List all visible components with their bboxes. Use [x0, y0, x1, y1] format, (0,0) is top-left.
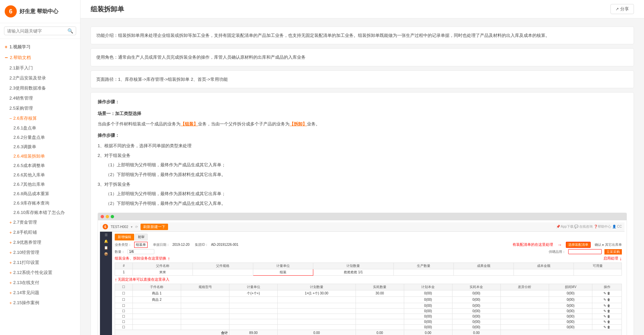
total-val5: 0.00	[452, 330, 500, 335]
ss-tab-new[interactable]: 新增编辑	[115, 234, 134, 240]
ss-refresh-icon: ⟳	[135, 225, 138, 229]
sidebar-item-261[interactable]: 2.6.1盘点单	[0, 123, 80, 133]
label: 2.1新手入门	[9, 65, 33, 71]
stock-children: 2.6.1盘点单 2.6.2分量盘点单 2.6.3调拨单 2.6.4组装拆卸单 …	[0, 123, 80, 217]
ss-tab-review[interactable]: 初审	[135, 234, 148, 240]
ss-more-btns: 确认 ▸ 其它出库单	[595, 242, 622, 247]
sidebar-item-video[interactable]: + 1.视频学习	[0, 42, 80, 52]
sidebar-item-262[interactable]: 2.6.2分量盘点单	[0, 133, 80, 142]
ss-annotation-row: 组装业务、拆卸业务在这里切换 ↑ 启用处理 ↓	[115, 256, 622, 261]
label: 2.11打印设置	[13, 260, 39, 266]
sidebar-item-213[interactable]: + 2.13在线支付	[0, 278, 80, 288]
sidebar-item-2610[interactable]: 2.6.10库存账本错了怎么办	[0, 208, 80, 217]
sidebar-item-212[interactable]: + 2.12系统个性化设置	[0, 268, 80, 278]
sidebar-item-docs[interactable]: − 2.帮助文档	[0, 52, 80, 63]
ss-col-unit: 计量单位	[253, 263, 313, 269]
label: 2.4销售管理	[9, 95, 33, 101]
ss-unit-search-input[interactable]	[568, 249, 602, 254]
path-intro-block: 页面路径：1、库存核算->库存管理->组装拆卸单 2、首页->常用功能	[91, 70, 634, 88]
search-icon[interactable]: 🔍	[67, 28, 73, 34]
sidebar-item-purchase[interactable]: 2.5采购管理	[0, 103, 80, 113]
ss-main: ☰ 🔔 📋 📦 新增编辑 初审	[100, 232, 625, 335]
table-row: ☐ 商品 2 0(00) 0(00)	[115, 296, 622, 303]
ss-new-btn[interactable]: 刷新新建一下	[141, 224, 168, 230]
label: 2.3使用前数据准备	[9, 85, 46, 91]
page-title: 组装拆卸单	[91, 5, 124, 14]
sidebar-item-newbie[interactable]: 2.1新手入门	[0, 63, 80, 73]
ss-tenant: TEST-H002	[111, 225, 128, 229]
ss-app-topbar: 6 TEST-H002 ▾ ⟳ 刷新新建一下 📌 App下载 💬 在线咨询 ❓帮…	[100, 222, 625, 232]
sidebar-item-266[interactable]: 2.6.6其他入库单	[0, 170, 80, 180]
ss-b-col-check: ☐	[115, 284, 133, 290]
ss-dropdown-icon: ▾	[131, 225, 132, 229]
sidebar-item-269[interactable]: 2.6.9库存账本查询	[0, 199, 80, 208]
sidebar-item-215[interactable]: + 2.15操作案例	[0, 298, 80, 308]
table-footer-row: 合计 89.00 0.00 0.00 0.00 0.00	[115, 330, 622, 335]
label: 2.6.5成本调整单	[13, 163, 45, 169]
ss-nav-icon-2: 🔔	[104, 239, 108, 243]
label: 2.10经营管理	[13, 249, 39, 256]
main-content: 组装拆卸单 ↗ 分享 功能介绍：组装拆卸单用来处理企业组装或拆卸等加工业务，支持…	[80, 0, 644, 335]
table-row: ☐ 0(00) 0(00)	[115, 314, 622, 319]
sidebar-item-28[interactable]: + 2.8手机旺铺	[0, 227, 80, 237]
ss-b-col-plan-cost: 计划本金	[404, 284, 452, 290]
search-box[interactable]: 🔍	[4, 26, 76, 35]
label: 2.6.7其他出库单	[13, 181, 45, 187]
plus-icon-214: +	[9, 290, 12, 295]
min-dot	[106, 215, 109, 218]
steps-title: 操作步骤：	[98, 98, 627, 106]
share-button[interactable]: ↗ 分享	[610, 4, 634, 14]
plus-icon-29: +	[9, 240, 12, 245]
ss-qty-label: 数量：	[115, 249, 125, 254]
sidebar-item-27[interactable]: + 2.7资金管理	[0, 217, 80, 227]
content-area: 功能介绍：组装拆卸单用来处理企业组装或拆卸等加工业务，支持有固定装配清单的产品加…	[80, 18, 644, 335]
ss-top-table: # 父件名称 父件规格 计量单位 计划数量 生产数量 成果金额 成本金额 可用量	[115, 263, 622, 276]
ss-b-col-loss: 损耗MV	[549, 284, 592, 290]
sidebar-item-prepare[interactable]: 2.3使用前数据准备	[0, 83, 80, 93]
step-2-2: （2）下部明细为子件明细，最终作为原材料生成其它出库单。	[98, 171, 627, 179]
ss-logo: 6	[103, 224, 108, 229]
sidebar-item-265[interactable]: 2.6.5成本调整单	[0, 161, 80, 170]
annotation-no-fixed: 无固定清单可以直接在这里录入	[118, 277, 169, 282]
ss-qty-input[interactable]	[127, 249, 154, 254]
total-val1: 89.00	[229, 330, 278, 335]
logo-area: 6 好生意 帮助中心	[0, 0, 80, 23]
role-intro-block: 使用角色：通常由生产人员或库管人员完成拆装业务的操作，库管人员确认原材料的出库和…	[91, 48, 634, 66]
share-icon: ↗	[615, 7, 619, 11]
sidebar-item-stock[interactable]: − 2.6库存核算	[0, 113, 80, 123]
sidebar-item-214[interactable]: + 2.14常见问题	[0, 288, 80, 298]
sidebar-item-install[interactable]: 2.2产品安装及登录	[0, 73, 80, 83]
ss-start-btn[interactable]: 立采采购	[604, 249, 622, 255]
sidebar-item-docs-label: 2.帮助文档	[10, 55, 31, 61]
plus-icon-213: +	[9, 280, 12, 285]
sidebar-item-263[interactable]: 2.6.3调拨单	[0, 142, 80, 152]
ss-col-parent-spec: 父件规格	[193, 263, 253, 269]
sidebar-item-29[interactable]: + 2.9优惠券管理	[0, 237, 80, 247]
ss-select-bom-btn[interactable]: 选择装配清单	[566, 242, 591, 248]
label: 2.6.1盘点单	[13, 125, 36, 131]
label: 2.6.9库存账本查询	[13, 200, 49, 206]
search-input[interactable]	[7, 29, 67, 34]
table-row: ☐ 0(00) 0(00)	[115, 324, 622, 330]
sidebar-item-267[interactable]: 2.6.7其他出库单	[0, 180, 80, 189]
plus-icon-212: +	[9, 270, 12, 275]
label: 2.7资金管理	[13, 219, 37, 225]
top-bar: 组装拆卸单 ↗ 分享	[80, 0, 644, 18]
sidebar-item-210[interactable]: + 2.10经营管理	[0, 247, 80, 258]
ss-b-col-plan-qty: 计划数量	[278, 284, 356, 290]
share-label: 分享	[620, 6, 629, 12]
ss-tabs[interactable]: 新增编辑 初审	[115, 234, 622, 240]
step-2-1: （1）上部明细为父件明细，最终作为产成品生成其它入库单；	[98, 161, 627, 169]
ss-form-row1: 业务类型： 组装单 单据日期： 2019-12-20 集团ID： AD-2019…	[115, 242, 622, 248]
annotation-switch: 组装业务、拆卸业务在这里切换	[115, 256, 166, 261]
screenshot: 6 TEST-H002 ▾ ⟳ 刷新新建一下 📌 App下载 💬 在线咨询 ❓帮…	[98, 213, 627, 335]
scene-title: 场景一：加工类型选择	[98, 110, 627, 118]
ss-col-result-amt: 成果金额	[454, 263, 514, 269]
sidebar-item-211[interactable]: + 2.11打印设置	[0, 258, 80, 268]
ss-nav-icon-4: 📦	[104, 252, 108, 256]
step-2: 2、对于组装业务	[98, 152, 627, 160]
sidebar-item-sales[interactable]: 2.4销售管理	[0, 93, 80, 103]
sidebar-item-268[interactable]: 2.6.8商品成本重算	[0, 189, 80, 199]
ss-nav-icon-1: ☰	[105, 233, 108, 237]
sidebar-item-264[interactable]: 2.6.4组装拆卸单	[0, 152, 80, 161]
